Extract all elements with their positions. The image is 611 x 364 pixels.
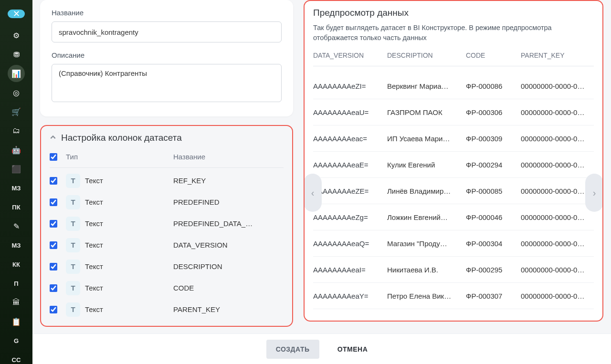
column-name: DATA_VERSION: [173, 241, 284, 249]
cell-data-version: AAAAAAAAeac=: [313, 135, 387, 143]
create-button[interactable]: Создать: [266, 340, 319, 359]
cell-description: ГАЗПРОМ ПАОК: [387, 108, 466, 116]
cell-description: Линёв Владимир…: [387, 187, 466, 195]
col-header: DESCRIPTION: [387, 52, 466, 59]
type-icon: T: [66, 281, 80, 295]
scroll-left-button[interactable]: ‹: [304, 174, 322, 212]
cell-code: ФР-000085: [466, 187, 521, 195]
name-label: Название: [52, 9, 282, 17]
kk[interactable]: КК: [8, 256, 25, 273]
g[interactable]: G: [8, 332, 25, 349]
column-checkbox[interactable]: [50, 220, 57, 228]
cell-parent-key: 00000000-0000-0…: [521, 108, 588, 116]
name-input[interactable]: [52, 21, 282, 42]
close-icon: ✕: [13, 10, 20, 18]
column-checkbox[interactable]: [50, 284, 57, 292]
cube-icon[interactable]: ⬛: [8, 160, 25, 177]
cell-data-version: AAAAAAAAeZE=: [313, 187, 387, 195]
type-icon: T: [66, 217, 80, 231]
cell-code: ФР-000304: [466, 239, 521, 248]
cell-code: ФР-000307: [466, 292, 521, 300]
column-name: PREDEFINED_DATA_…: [173, 219, 284, 228]
type-text: Текст: [85, 198, 103, 206]
edit-icon[interactable]: ✎: [8, 218, 25, 235]
preview-table-header: DATA_VERSION DESCRIPTION CODE PARENT_KEY: [313, 52, 594, 66]
desc-input[interactable]: (Справочник) Контрагенты: [52, 64, 282, 102]
cell-parent-key: 00000000-0000-0…: [521, 239, 588, 248]
cell-code: ФР-000306: [466, 108, 521, 116]
cart-icon[interactable]: 🛒: [8, 103, 25, 120]
cell-parent-key: 00000000-0000-0…: [521, 82, 588, 90]
mz-2[interactable]: МЗ: [8, 237, 25, 254]
type-text: Текст: [85, 219, 103, 228]
preview-row: AAAAAAAAeaU=ГАЗПРОМ ПАОКФР-0003060000000…: [313, 99, 594, 125]
cell-data-version: AAAAAAAAeZg=: [313, 213, 387, 221]
type-header: Тип: [66, 153, 173, 161]
column-name: DESCRIPTION: [173, 262, 284, 270]
type-text: Текст: [85, 262, 103, 270]
column-row: TТекстREF_KEY: [50, 170, 284, 191]
columns-card: Настройка колонок датасета Тип Название …: [40, 125, 293, 327]
cell-data-version: AAAAAAAAeZI=: [313, 82, 387, 90]
chevron-down-icon[interactable]: [50, 135, 56, 141]
cell-code: ФР-000046: [466, 213, 521, 221]
cell-description: Магазин "Проду…: [387, 239, 466, 248]
cell-data-version: AAAAAAAAeaU=: [313, 108, 387, 116]
preview-row: AAAAAAAAeaY=Петро Елена Вик…ФР-000307000…: [313, 283, 594, 309]
preview-subtitle: Так будет выглядеть датасет в BI Констру…: [313, 23, 594, 43]
columns-header-row: Тип Название: [50, 151, 284, 168]
type-icon: T: [66, 260, 80, 274]
column-checkbox[interactable]: [50, 263, 57, 270]
scroll-right-button[interactable]: ›: [585, 174, 603, 212]
column-name: REF_KEY: [173, 177, 284, 185]
cell-parent-key: 00000000-0000-0…: [521, 135, 588, 143]
column-checkbox[interactable]: [50, 198, 57, 206]
preview-row: AAAAAAAAeac=ИП Усаева Мари…ФР-0003090000…: [313, 125, 594, 152]
select-all-checkbox[interactable]: [50, 153, 57, 161]
sidebar: ✕ ⚙⛃📊◎🛒🗂🤖⬛МЗПК✎МЗККП🏛📋GСС: [0, 0, 32, 364]
cell-parent-key: 00000000-0000-0…: [521, 213, 588, 221]
type-text: Текст: [85, 305, 103, 313]
preview-row: AAAAAAAAeZg=Ложкин Евгений…ФР-0000460000…: [313, 204, 594, 230]
preview-row: AAAAAAAAeZE=Линёв Владимир…ФР-0000850000…: [313, 178, 594, 204]
col-header: DATA_VERSION: [313, 52, 387, 59]
cell-data-version: AAAAAAAAeaY=: [313, 292, 387, 300]
cell-data-version: AAAAAAAAeaE=: [313, 161, 387, 169]
close-button[interactable]: ✕: [8, 10, 25, 18]
cell-parent-key: 00000000-0000-0…: [521, 292, 588, 300]
mz-1[interactable]: МЗ: [8, 179, 25, 197]
target-icon[interactable]: ◎: [8, 84, 25, 101]
col-header: PARENT_KEY: [521, 52, 588, 59]
card-icon[interactable]: 🗂: [8, 122, 25, 139]
cell-description: ИП Усаева Мари…: [387, 135, 466, 143]
column-row: TТекстDESCRIPTION: [50, 256, 284, 277]
preview-row: AAAAAAAAeaQ=Магазин "Проду…ФР-0003040000…: [313, 230, 594, 257]
clipboard-icon[interactable]: 📋: [8, 313, 25, 330]
desc-label: Описание: [52, 51, 282, 59]
bank-icon[interactable]: 🏛: [8, 294, 25, 311]
column-checkbox[interactable]: [50, 306, 57, 313]
column-checkbox[interactable]: [50, 241, 57, 249]
cc[interactable]: СС: [8, 351, 25, 364]
column-name: PARENT_KEY: [173, 305, 284, 313]
filter-icon[interactable]: ⛃: [8, 46, 25, 63]
cancel-button[interactable]: Отмена: [328, 340, 378, 359]
settings-icon[interactable]: ⚙: [8, 27, 25, 44]
cell-code: ФР-000294: [466, 161, 521, 169]
cell-parent-key: 00000000-0000-0…: [521, 266, 588, 274]
column-row: TТекстPARENT_KEY: [50, 299, 284, 320]
cell-description: Петро Елена Вик…: [387, 292, 466, 300]
charts-icon[interactable]: 📊: [8, 65, 25, 82]
cell-parent-key: 00000000-0000-0…: [521, 161, 588, 169]
pk[interactable]: ПК: [8, 198, 25, 216]
column-row: TТекстPREDEFINED: [50, 191, 284, 213]
p[interactable]: П: [8, 275, 25, 292]
preview-title: Предпросмотр данных: [313, 8, 594, 18]
robot-icon[interactable]: 🤖: [8, 141, 25, 158]
cell-data-version: AAAAAAAAeaI=: [313, 266, 387, 274]
type-icon: T: [66, 195, 80, 209]
type-text: Текст: [85, 284, 103, 292]
column-checkbox[interactable]: [50, 177, 57, 185]
column-row: TТекстPREDEFINED_DATA_…: [50, 213, 284, 234]
preview-row: AAAAAAAAeZI=Верквинг Мариа…ФР-0000860000…: [313, 73, 594, 99]
